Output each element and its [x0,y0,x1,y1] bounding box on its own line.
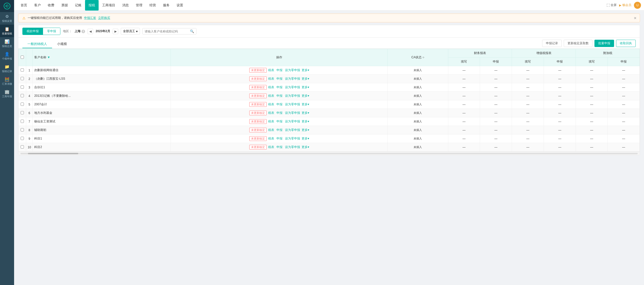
row-checkbox[interactable] [19,109,26,117]
op-zero-declare[interactable]: 设为零申报 [285,103,300,106]
search-button[interactable]: 🔍 [188,28,196,34]
row-checkbox[interactable] [19,83,26,92]
op-zero-declare[interactable]: 设为零申报 [285,77,300,80]
th-no [26,49,33,66]
op-more[interactable]: 更多▾ [302,77,309,80]
row-no: 9 [26,134,33,143]
sub-tab-small[interactable]: 小规模 [52,40,72,48]
op-declare[interactable]: 申报 [276,111,283,115]
op-declare[interactable]: 申报 [276,145,283,149]
nav-bizproject[interactable]: 工商项目 [99,0,119,11]
banner-close-button[interactable]: ✕ [634,16,637,20]
nav-accounting[interactable]: 记账 [71,0,85,11]
collect-return-button[interactable]: 收取回执 [616,40,636,47]
op-zero-declare[interactable]: 设为零申报 [285,111,300,115]
op-zero-declare[interactable]: 设为零申报 [285,120,300,123]
tab-zero-declare[interactable]: 零申报 [43,28,60,35]
op-tax-table[interactable]: 税表 [268,68,274,72]
op-more[interactable]: 更多▾ [302,128,309,132]
date-next-button[interactable]: ▶ [113,29,118,34]
op-tax-table[interactable]: 税表 [268,145,274,149]
nav-tax[interactable]: 报税 [85,0,99,11]
row-checkbox[interactable] [19,92,26,100]
op-tax-table[interactable]: 税表 [268,94,274,98]
op-more[interactable]: 更多▾ [302,111,309,115]
op-tax-table[interactable]: 税表 [268,103,274,106]
op-zero-declare[interactable]: 设为零申报 [285,68,300,72]
sidebar-item-calc-clear[interactable]: 🧮 汇算清缴 [0,75,14,87]
declare-records-button[interactable]: 申报记录 [542,40,562,47]
sidebar-item-tax-records[interactable]: 📁 报税记录 [0,62,14,75]
fullscreen-button[interactable]: ⛶ 全屏 [607,3,617,7]
op-tax-table[interactable]: 税表 [268,77,274,80]
op-declare[interactable]: 申报 [276,137,283,140]
update-quota-button[interactable]: 更新核定及取数 [564,40,592,47]
search-input[interactable] [143,29,188,34]
op-zero-declare[interactable]: 设为零申报 [285,94,300,98]
date-prev-button[interactable]: ◀ [88,29,93,34]
op-declare[interactable]: 申报 [276,103,283,106]
nav-settings[interactable]: 设置 [173,0,187,11]
sort-icon[interactable]: ▼ [47,56,50,59]
buy-now-link[interactable]: 立即购买 [98,16,110,20]
sidebar-item-tax-settings[interactable]: ⚙ 报税设置 [0,12,14,25]
nav-clients[interactable]: 客户 [31,0,44,11]
sidebar-item-tax-overview[interactable]: 📊 报税总览 [0,37,14,50]
row-checkbox[interactable] [19,66,26,75]
op-zero-declare[interactable]: 设为零申报 [285,137,300,140]
op-more[interactable]: 更多▾ [302,103,309,106]
employee-selector[interactable]: 全部员工 ▾ [121,28,140,35]
tab-tax-declare[interactable]: 税款申报 [23,28,43,35]
op-tax-table[interactable]: 税表 [268,85,274,89]
app-logo[interactable] [0,0,14,12]
op-zero-declare[interactable]: 设为零申报 [285,145,300,149]
op-declare[interactable]: 申报 [276,128,283,132]
op-more[interactable]: 更多▾ [302,85,309,89]
vip-button[interactable]: ▶ 畅会员 [619,3,631,7]
row-checkbox[interactable] [19,75,26,83]
op-tax-table[interactable]: 税表 [268,111,274,115]
batch-declare-button[interactable]: 批量申报 [594,40,614,47]
select-all-checkbox[interactable] [21,56,24,59]
op-more[interactable]: 更多▾ [302,145,309,149]
region-info-icon[interactable]: ℹ [82,30,85,33]
nav-service[interactable]: 服务 [159,0,173,11]
sub-tab-general[interactable]: 一般的纳税人 [22,40,52,48]
nav-billing[interactable]: 收费 [44,0,58,11]
op-more[interactable]: 更多▾ [302,137,309,140]
row-checkbox[interactable] [19,100,26,109]
row-checkbox[interactable] [19,117,26,126]
op-declare[interactable]: 申报 [276,68,283,72]
nav-management[interactable]: 管理 [132,0,146,11]
sidebar-item-label: 工商年报 [2,95,12,98]
nav-invoice[interactable]: 票据 [58,0,71,11]
sidebar-item-batch-tax[interactable]: 📋 批量报税 [0,25,14,37]
op-zero-declare[interactable]: 设为零申报 [285,128,300,132]
op-more[interactable]: 更多▾ [302,94,309,98]
op-more[interactable]: 更多▾ [302,120,309,123]
op-declare[interactable]: 申报 [276,120,283,123]
sidebar-item-annual-report[interactable]: 🏢 工商年报 [0,87,14,100]
row-add-fill: — [576,100,608,109]
row-checkbox[interactable] [19,134,26,143]
row-checkbox[interactable] [19,126,26,134]
nav-operation[interactable]: 经营 [146,0,159,11]
sidebar-item-personal-tax[interactable]: 👤 个税申报 [0,50,14,62]
horizontal-scrollbar[interactable] [18,152,640,155]
op-more[interactable]: 更多▾ [302,68,309,72]
row-no: 8 [26,126,33,134]
row-vat-declare: — [544,92,576,100]
op-tax-table[interactable]: 税表 [268,120,274,123]
declare-summary-link[interactable]: 申报汇签 [84,16,96,20]
op-tax-table[interactable]: 税表 [268,137,274,140]
op-tax-table[interactable]: 税表 [268,128,274,132]
row-checkbox[interactable] [19,143,26,152]
nav-message[interactable]: 消息 [119,0,132,11]
op-declare[interactable]: 申报 [276,85,283,89]
user-avatar[interactable]: U [634,2,641,9]
op-declare[interactable]: 申报 [276,94,283,98]
op-declare[interactable]: 申报 [276,77,283,80]
op-zero-declare[interactable]: 设为零申报 [285,85,300,89]
region-value: 上海 ℹ [74,29,85,33]
nav-home[interactable]: 首页 [17,0,31,11]
